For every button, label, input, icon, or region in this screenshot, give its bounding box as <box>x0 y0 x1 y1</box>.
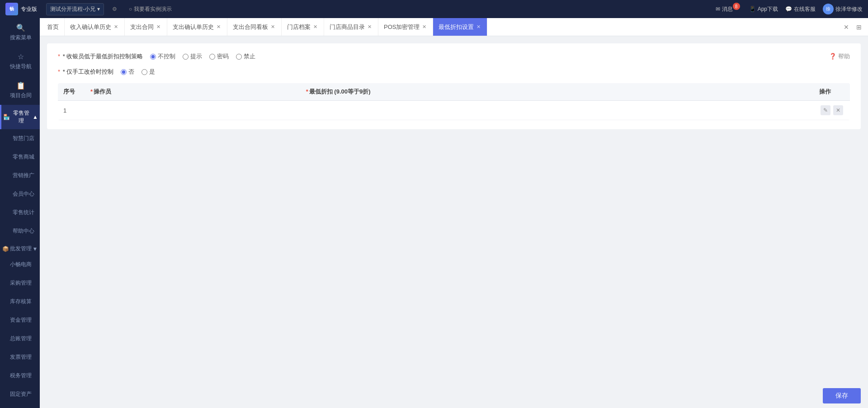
save-button[interactable]: 保存 <box>823 388 861 403</box>
demo-icon: ○ <box>129 6 132 12</box>
seq-cell: 1 <box>58 101 85 120</box>
sidebar-item-ecommerce[interactable]: 小畅电商 <box>0 255 40 274</box>
user-profile-btn[interactable]: 徐 徐泽华修改 <box>823 4 863 14</box>
help-icon[interactable]: ❓ 帮助 <box>829 52 850 61</box>
sidebar-item-invoice[interactable]: 发票管理 <box>0 348 40 366</box>
tab-payment-history[interactable]: 支出确认单历史 ✕ <box>167 18 227 36</box>
sidebar-item-retail-mall[interactable]: 零售商城 <box>0 148 40 166</box>
demo-text: 我要看实例演示 <box>134 5 172 13</box>
download-icon: 📱 <box>749 6 756 12</box>
sidebar-item-member-center[interactable]: 会员中心 <box>0 185 40 203</box>
message-badge: 8 <box>733 3 740 10</box>
sidebar-item-fixed-assets[interactable]: 固定资产 <box>0 385 40 403</box>
online-service-label: 在线客服 <box>794 5 816 13</box>
operator-cell <box>85 101 301 120</box>
app-download-btn[interactable]: 📱 App下载 <box>749 5 778 13</box>
sidebar-item-label: 发票管理 <box>10 353 32 361</box>
tab-label: 支出合同看板 <box>233 23 268 31</box>
sidebar-item-label: 批发管理 <box>10 245 32 253</box>
chevron-up-icon: ▲ <box>33 114 38 120</box>
manual-only-label: * * 仅手工改价时控制 <box>58 68 113 76</box>
sidebar-item-salary[interactable]: 工资 <box>0 403 40 408</box>
sidebar-item-wholesale-mgmt[interactable]: 📦 批发管理 ▼ <box>0 240 40 255</box>
messages-btn[interactable]: ✉ 消息 8 <box>716 5 742 13</box>
project-dropdown-icon: ▾ <box>97 6 100 12</box>
tab-expand-btn[interactable]: ⊞ <box>854 22 864 33</box>
sidebar-item-label: 快捷导航 <box>10 63 32 70</box>
sidebar-item-marketing[interactable]: 营销推广 <box>0 166 40 185</box>
tab-close-icon[interactable]: ✕ <box>270 23 276 31</box>
contract-icon: 📋 <box>16 81 25 90</box>
discount-cell <box>301 101 814 120</box>
tab-close-icon[interactable]: ✕ <box>113 23 119 31</box>
tab-min-discount[interactable]: 最低折扣设置 ✕ <box>433 18 487 36</box>
demo-link[interactable]: ○ 我要看实例演示 <box>129 5 172 13</box>
sidebar-item-label: 采购管理 <box>10 279 32 287</box>
topbar-right: ✉ 消息 8 📱 App下载 💬 在线客服 徐 徐泽华修改 <box>716 4 863 14</box>
tab-label: 收入确认单历史 <box>70 23 111 31</box>
discount-table: 序号 *操作员 *最低折扣 (9.00等于9折) 操作 <box>58 83 850 120</box>
project-selector[interactable]: 测试分开流程-小兄 ▾ <box>46 3 104 15</box>
cashier-policy-remind[interactable]: 提示 <box>183 52 202 61</box>
avatar: 徐 <box>823 4 834 14</box>
tab-income-history[interactable]: 收入确认单历史 ✕ <box>65 18 125 36</box>
tab-pos-password[interactable]: POS加密管理 ✕ <box>378 18 433 36</box>
cashier-policy-forbidden[interactable]: 禁止 <box>236 52 255 61</box>
tab-close-icon[interactable]: ✕ <box>216 23 222 31</box>
actions-cell: ✎ ✕ <box>814 101 850 120</box>
sidebar-item-label: 固定资产 <box>10 390 32 398</box>
manual-only-no[interactable]: 否 <box>121 68 134 76</box>
cashier-policy-no-control[interactable]: 不控制 <box>150 52 175 61</box>
sidebar-item-project-contract[interactable]: 📋 项目合同 <box>0 76 40 105</box>
sidebar-item-label: 营销推广 <box>13 172 34 179</box>
tab-close-all-btn[interactable]: ✕ <box>841 22 852 33</box>
page-content: * * 收银员低于最低折扣控制策略 不控制 提示 密码 <box>40 36 868 384</box>
sidebar-item-smart-store[interactable]: 智慧门店 <box>0 129 40 148</box>
tab-label: 门店档案 <box>287 23 311 31</box>
cashier-policy-password[interactable]: 密码 <box>209 52 229 61</box>
tab-home[interactable]: 首页 <box>42 18 65 36</box>
tab-close-icon[interactable]: ✕ <box>367 23 373 31</box>
online-service-btn[interactable]: 💬 在线客服 <box>785 5 816 13</box>
sidebar-item-retail-mgmt[interactable]: 🏪 零售管理 ▲ <box>0 105 40 129</box>
user-name: 徐泽华修改 <box>835 5 863 13</box>
delete-row-btn[interactable]: ✕ <box>833 105 843 115</box>
required-star: * <box>58 68 60 75</box>
sidebar-item-accounting[interactable]: 总账管理 <box>0 329 40 348</box>
sidebar-item-purchase-mgmt[interactable]: 采购管理 <box>0 274 40 292</box>
sidebar: 🔍 搜索菜单 ☆ 快捷导航 📋 项目合同 🏪 零售管理 ▲ 智慧门店 零售商城 … <box>0 18 40 408</box>
tab-close-icon[interactable]: ✕ <box>421 23 427 31</box>
sidebar-item-label: 项目合同 <box>10 92 32 99</box>
tab-store-catalog[interactable]: 门店商品目录 ✕ <box>324 18 378 36</box>
sidebar-item-label: 总账管理 <box>10 335 32 342</box>
cashier-policy-row: * * 收银员低于最低折扣控制策略 不控制 提示 密码 <box>58 52 850 61</box>
project-name: 测试分开流程-小兄 <box>50 5 95 13</box>
manual-only-row: * * 仅手工改价时控制 否 是 <box>58 68 850 76</box>
settings-panel: * * 收银员低于最低折扣控制策略 不控制 提示 密码 <box>47 43 861 129</box>
tab-store-archive[interactable]: 门店档案 ✕ <box>282 18 324 36</box>
sidebar-item-label: 搜索菜单 <box>10 34 32 42</box>
tab-payment-contract[interactable]: 支出合同 ✕ <box>125 18 167 36</box>
tab-payment-board[interactable]: 支出合同看板 ✕ <box>227 18 282 36</box>
sidebar-item-shortcut[interactable]: ☆ 快捷导航 <box>0 47 40 76</box>
settings-btn[interactable]: ⚙ <box>108 4 121 14</box>
sidebar-item-search[interactable]: 🔍 搜索菜单 <box>0 18 40 47</box>
tab-close-icon[interactable]: ✕ <box>156 23 161 31</box>
sidebar-item-inventory[interactable]: 库存核算 <box>0 292 40 311</box>
sidebar-item-label: 帮助中心 <box>13 227 34 235</box>
sidebar-item-tax[interactable]: 税务管理 <box>0 366 40 385</box>
sidebar-item-label: 零售统计 <box>13 209 34 216</box>
tab-label: 支出合同 <box>130 23 154 31</box>
wholesale-icon: 📦 <box>2 246 9 252</box>
sidebar-item-help-center[interactable]: 帮助中心 <box>0 222 40 240</box>
manual-only-yes[interactable]: 是 <box>142 68 155 76</box>
sidebar-item-retail-stats[interactable]: 零售统计 <box>0 203 40 222</box>
edit-row-btn[interactable]: ✎ <box>821 105 830 115</box>
tab-close-icon[interactable]: ✕ <box>312 23 318 31</box>
col-actions-header: 操作 <box>814 83 850 101</box>
sidebar-item-finance[interactable]: 资金管理 <box>0 311 40 329</box>
sidebar-item-label: 智慧门店 <box>13 135 34 142</box>
message-label: 消息 <box>722 5 733 13</box>
app-download-label: App下载 <box>758 5 778 13</box>
tab-close-icon[interactable]: ✕ <box>476 23 481 31</box>
